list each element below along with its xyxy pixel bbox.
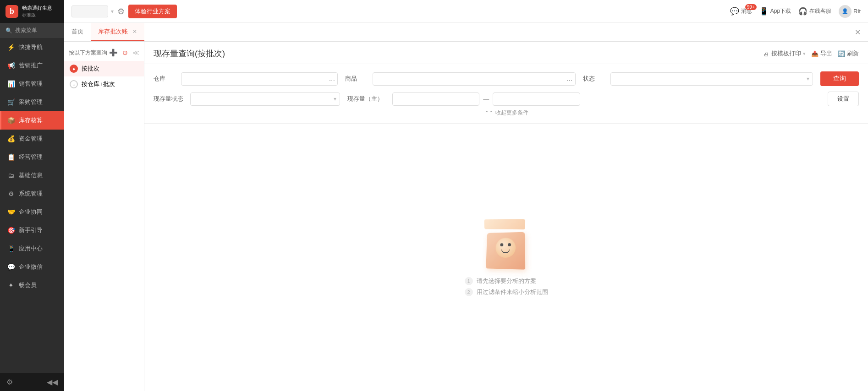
sidebar-item-label: 应用中心: [19, 244, 43, 253]
goods-input-wrap: ...: [373, 72, 576, 86]
export-icon: 📤: [811, 50, 819, 57]
status-select-wrap: ▾: [610, 72, 813, 86]
query-btn[interactable]: 查询: [820, 71, 859, 86]
online-service-btn[interactable]: 🎧 在线客服: [798, 7, 831, 16]
app-center-icon: 📱: [7, 244, 15, 253]
scheme-item-by-batch[interactable]: ● 按批次: [64, 61, 144, 76]
tab-home[interactable]: 首页: [64, 23, 91, 41]
sidebar-item-label: 快捷导航: [19, 43, 43, 51]
sidebar-item-finance[interactable]: 💰 资金管理: [0, 130, 64, 148]
warehouse-label: 仓库: [154, 75, 181, 83]
sidebar-item-operation[interactable]: 📋 经营管理: [0, 148, 64, 166]
scheme-item-label: 按仓库+批次: [82, 80, 115, 88]
sidebar-item-purchase[interactable]: 🛒 采购管理: [0, 93, 64, 111]
add-scheme-icon[interactable]: ➕: [109, 48, 118, 57]
user-menu[interactable]: 👤 Rit: [839, 5, 861, 18]
scheme-item-by-warehouse-batch[interactable]: ○ 按仓库+批次: [64, 76, 144, 92]
goods-filter-group: 商品 ...: [345, 72, 576, 86]
topbar-icons: 💬 消息 99+ 📱 App下载 🎧 在线客服 👤 Rit: [730, 5, 861, 18]
sidebar-item-label: 库存核算: [19, 116, 43, 125]
stock-amount-to-input[interactable]: [493, 92, 580, 106]
collapse-label: 收起更多条件: [495, 109, 528, 117]
query-title-row: 现存量查询(按批次) 🖨 按模板打印 ▾ 📤 导出 🔄: [154, 48, 859, 64]
chevron-up-icon: ⌃⌃: [484, 110, 494, 116]
online-service-label: 在线客服: [809, 7, 831, 15]
tab-inventory-batch[interactable]: 库存批次账 ✕: [91, 23, 144, 41]
sidebar-item-system[interactable]: ⚙ 系统管理: [0, 185, 64, 203]
warehouse-input[interactable]: [181, 72, 338, 86]
purchase-icon: 🛒: [7, 98, 15, 106]
collapse-filters-btn[interactable]: ⌃⌃ 收起更多条件: [154, 106, 859, 118]
filter-area: 仓库 ... 商品 ...: [144, 64, 868, 124]
tab-panel-close-btn[interactable]: ✕: [847, 23, 868, 41]
page-content: 按以下方案查询 ➕ ⊙ ≪ ● 按批次 ○ 按仓库+批次 现存量查询(按: [64, 42, 868, 391]
empty-tips: 1 请先选择要分析的方案 2 用过滤条件来缩小分析范围: [465, 277, 548, 296]
sidebar-item-quick-nav[interactable]: ⚡ 快捷导航: [0, 38, 64, 56]
sidebar-item-vip[interactable]: ✦ 畅会员: [0, 276, 64, 294]
empty-tip-1: 1 请先选择要分析的方案: [465, 277, 548, 285]
sidebar-item-label: 营销推广: [19, 61, 43, 70]
sidebar-item-label: 企业微信: [19, 263, 43, 271]
sidebar-item-inventory[interactable]: 📦 库存核算: [0, 111, 64, 130]
sidebar-search[interactable]: 🔍 搜索菜单: [0, 23, 64, 38]
goods-label: 商品: [345, 75, 373, 83]
sidebar-item-enterprise[interactable]: 🤝 企业协同: [0, 203, 64, 221]
tip-text-1: 请先选择要分析的方案: [477, 277, 536, 285]
empty-content: 1 请先选择要分析的方案 2 用过滤条件来缩小分析范围: [465, 218, 548, 296]
stock-amount-from-input[interactable]: [392, 92, 480, 106]
status-select[interactable]: [610, 72, 813, 86]
sidebar-bottom: ⚙ ◀◀: [0, 373, 64, 391]
basic-icon: 🗂: [7, 171, 15, 179]
sidebar-logo: b 畅康通好生意 标准版: [0, 0, 64, 23]
app-download-btn[interactable]: 📱 App下载: [759, 7, 791, 16]
stock-status-select-wrap: ▾: [190, 92, 340, 106]
sidebar-item-basic[interactable]: 🗂 基础信息: [0, 166, 64, 185]
experience-btn[interactable]: 体验行业方案: [128, 5, 177, 18]
scheme-header-label: 按以下方案查询: [69, 49, 107, 57]
empty-tip-2: 2 用过滤条件来缩小分析范围: [465, 288, 548, 296]
empty-state: 1 请先选择要分析的方案 2 用过滤条件来缩小分析范围: [144, 124, 868, 391]
filter-row-1: 仓库 ... 商品 ...: [154, 71, 859, 86]
warehouse-more-btn[interactable]: ...: [329, 75, 335, 83]
topbar-settings-icon[interactable]: ⚙: [117, 6, 125, 16]
collapse-sidebar-icon[interactable]: ◀◀: [47, 378, 58, 386]
goods-input[interactable]: [373, 72, 576, 86]
sidebar-item-sales[interactable]: 📊 销售管理: [0, 75, 64, 93]
filter-row-2: 现存量状态 ▾ 现存量（主）: [154, 92, 859, 106]
stock-status-select[interactable]: [190, 92, 340, 106]
sidebar-item-app-center[interactable]: 📱 应用中心: [0, 239, 64, 258]
sidebar-item-label: 采购管理: [19, 98, 43, 106]
tab-close-icon[interactable]: ✕: [132, 28, 137, 35]
scheme-item-label: 按批次: [82, 65, 99, 73]
sidebar-item-marketing[interactable]: 📢 营销推广: [0, 56, 64, 75]
print-btn[interactable]: 🖨 按模板打印 ▾: [764, 49, 806, 58]
goods-more-btn[interactable]: ...: [566, 75, 572, 83]
settings-scheme-icon[interactable]: ⊙: [121, 48, 130, 57]
main-area: ▾ ⚙ 体验行业方案 💬 消息 99+ 📱 App下载 🎧 在线客服 👤: [64, 0, 868, 391]
chevron-down-icon: ▾: [111, 8, 114, 15]
search-icon: 🔍: [5, 27, 12, 34]
stock-status-filter-group: 现存量状态 ▾: [154, 92, 340, 106]
settings-btn[interactable]: 设置: [828, 92, 859, 106]
scheme-inactive-dot: ○: [70, 80, 78, 88]
tip-num-1: 1: [465, 277, 473, 285]
search-label: 搜索菜单: [15, 27, 37, 34]
export-btn[interactable]: 📤 导出: [811, 49, 832, 58]
sidebar-item-label: 新手引导: [19, 226, 43, 234]
export-label: 导出: [820, 49, 832, 58]
refresh-icon: 🔄: [838, 50, 845, 57]
warehouse-filter-group: 仓库 ...: [154, 72, 338, 86]
sidebar-item-wechat[interactable]: 💬 企业微信: [0, 258, 64, 276]
phone-icon: 📱: [759, 7, 769, 16]
collapse-scheme-icon[interactable]: ≪: [132, 49, 139, 56]
sidebar-item-guide[interactable]: 🎯 新手引导: [0, 221, 64, 239]
scheme-active-dot: ●: [70, 65, 78, 73]
settings-bottom-icon[interactable]: ⚙: [6, 378, 13, 386]
empty-box-lid: [484, 219, 525, 230]
refresh-btn[interactable]: 🔄 刷新: [838, 49, 859, 58]
message-btn[interactable]: 💬 消息 99+: [730, 7, 752, 16]
message-icon: 💬: [730, 7, 739, 16]
print-chevron-icon: ▾: [803, 51, 806, 57]
sidebar-item-label: 基础信息: [19, 171, 43, 179]
page-title: 现存量查询(按批次): [154, 48, 225, 59]
